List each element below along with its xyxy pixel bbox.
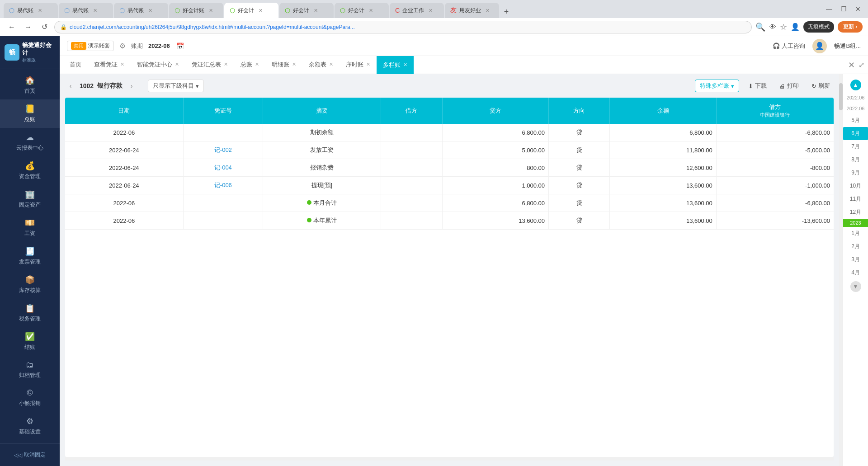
tab-journal[interactable]: 序时账 ✕ (340, 56, 377, 74)
profile-icon[interactable]: 👤 (791, 23, 800, 31)
ledger-prev-button[interactable]: ‹ (65, 80, 76, 91)
close-button[interactable]: ✕ (852, 3, 864, 15)
browser-tab-8[interactable]: C 企业工作 ✕ (390, 3, 444, 18)
cell-voucher-link[interactable]: 记-004 (183, 159, 263, 177)
ledger-next-button[interactable]: › (126, 80, 137, 91)
tab-balance[interactable]: 余额表 ✕ (302, 56, 340, 74)
tab-close-general[interactable]: ✕ (255, 61, 259, 67)
sidebar-item-settings[interactable]: ⚙ 基础设置 (0, 412, 60, 440)
privacy-icon[interactable]: 👁 (769, 23, 776, 31)
browser-tab-2[interactable]: ⬡ 易代账 ✕ (59, 3, 113, 18)
tab-close-1[interactable]: ✕ (38, 8, 42, 14)
tab-close-9[interactable]: ✕ (486, 8, 490, 14)
address-bar[interactable]: 🔒 cloud2.chanjet.com/accounting/uh26t264… (54, 21, 752, 33)
archive-icon: 🗂 (26, 360, 34, 370)
browser-tab-7[interactable]: ⬡ 好会计 ✕ (335, 3, 389, 18)
bookmark-icon[interactable]: ☆ (780, 22, 787, 32)
sidebar-item-assets[interactable]: 🏢 固定资产 (0, 185, 60, 213)
cell-voucher-link[interactable]: 记-006 (183, 177, 263, 194)
panel-close-icon[interactable]: ✕ (848, 60, 855, 70)
tab-close-5[interactable]: ✕ (259, 8, 263, 14)
back-button[interactable]: ← (5, 21, 18, 33)
month-7[interactable]: 7月 (843, 140, 868, 153)
tab-close-detail[interactable]: ✕ (292, 61, 296, 67)
month-8[interactable]: 8月 (843, 153, 868, 166)
sidebar-item-tax[interactable]: 📋 税务管理 (0, 299, 60, 327)
sidebar-item-salary[interactable]: 💴 工资 (0, 213, 60, 242)
tab-favicon-7: ⬡ (340, 7, 345, 14)
search-icon[interactable]: 🔍 (755, 22, 765, 32)
sidebar-item-cloud-report[interactable]: ☁ 云报表中心 (0, 128, 60, 156)
tab-close-balance[interactable]: ✕ (329, 61, 333, 67)
ledger-filter-dropdown[interactable]: 只显示下级科目 ▾ (148, 80, 204, 92)
scroll-down-button[interactable]: ▼ (850, 281, 861, 292)
multi-col-button[interactable]: 特殊多栏账 ▾ (695, 80, 739, 92)
tab-close-6[interactable]: ✕ (314, 8, 318, 14)
tab-close-8[interactable]: ✕ (429, 8, 433, 14)
refresh-button[interactable]: ↻ 刷新 (808, 80, 834, 92)
unpin-button[interactable]: ◁◁ 取消固定 (2, 447, 58, 462)
multi-col-label: 特殊多栏账 (700, 82, 729, 90)
browser-tab-6[interactable]: ⬡ 好会计 ✕ (279, 3, 334, 18)
browser-tab-4[interactable]: ⬡ 好会计账 ✕ (169, 3, 223, 18)
tab-close-summary[interactable]: ✕ (224, 61, 228, 67)
print-button[interactable]: 🖨 打印 (776, 80, 802, 92)
sidebar-item-close[interactable]: ✅ 结账 (0, 327, 60, 356)
month-6[interactable]: 6月 (843, 127, 868, 140)
tab-close-multi-col[interactable]: ✕ (403, 62, 407, 68)
sidebar-item-ledger[interactable]: 📒 总账 (0, 99, 60, 128)
sidebar-item-guide[interactable]: 🎯 新手引导 (0, 440, 60, 443)
sidebar-item-inventory[interactable]: 📦 库存核算 (0, 270, 60, 299)
sidebar-item-fund[interactable]: 💰 资金管理 (0, 156, 60, 185)
month-12[interactable]: 12月 (843, 206, 868, 219)
tab-close-journal[interactable]: ✕ (366, 61, 370, 67)
download-button[interactable]: ⬇ 下载 (745, 80, 770, 92)
month-11[interactable]: 11月 (843, 193, 868, 206)
month-3[interactable]: 3月 (843, 253, 868, 266)
month-2[interactable]: 2月 (843, 240, 868, 253)
panel-expand-icon[interactable]: ⤢ (859, 61, 864, 69)
calendar-icon[interactable]: 📅 (176, 42, 184, 50)
cell-voucher-link[interactable]: 记-002 (183, 141, 263, 159)
consult-button[interactable]: 🎧 人工咨询 (773, 42, 805, 50)
sidebar-item-home[interactable]: 🏠 首页 (0, 71, 60, 99)
month-4[interactable]: 4月 (843, 266, 868, 279)
tab-close-7[interactable]: ✕ (369, 8, 373, 14)
refresh-nav-button[interactable]: ↺ (38, 21, 51, 33)
tab-detail-ledger[interactable]: 明细账 ✕ (265, 56, 302, 74)
topbar-settings-icon[interactable]: ⚙ (119, 42, 126, 50)
month-1[interactable]: 1月 (843, 227, 868, 240)
month-5[interactable]: 5月 (843, 114, 868, 127)
tab-voucher-summary[interactable]: 凭证汇总表 ✕ (185, 56, 234, 74)
browser-tab-3[interactable]: ⬡ 易代账 ✕ (114, 3, 168, 18)
minimize-button[interactable]: — (823, 3, 835, 15)
sidebar-item-archive[interactable]: 🗂 归档管理 (0, 356, 60, 384)
tab-close-3[interactable]: ✕ (148, 8, 152, 14)
cell-summary: 发放工资 (263, 141, 381, 159)
tab-add-button[interactable]: + (500, 5, 513, 18)
tab-home[interactable]: 首页 (63, 56, 88, 74)
maximize-button[interactable]: ❐ (837, 3, 850, 15)
scroll-up-button[interactable]: ▲ (850, 80, 861, 90)
tab-general-ledger[interactable]: 总账 ✕ (234, 56, 265, 74)
forward-button[interactable]: → (22, 21, 34, 33)
tab-close-2[interactable]: ✕ (93, 8, 97, 14)
incognito-button[interactable]: 无痕模式 (803, 21, 834, 33)
sidebar-item-invoice[interactable]: 🧾 发票管理 (0, 242, 60, 270)
horizontal-scrollbar[interactable] (65, 457, 834, 461)
tab-close-4[interactable]: ✕ (209, 8, 213, 14)
tab-close-smart[interactable]: ✕ (175, 61, 179, 67)
tab-multi-col[interactable]: 多栏账 ✕ (377, 56, 414, 74)
month-10[interactable]: 10月 (843, 179, 868, 193)
tab-view-voucher[interactable]: 查看凭证 ✕ (88, 56, 131, 74)
tab-close-view-voucher[interactable]: ✕ (120, 61, 124, 67)
month-9[interactable]: 9月 (843, 166, 868, 179)
sidebar-item-expense[interactable]: © 小畅报销 (0, 384, 60, 412)
update-button[interactable]: 更新 › (838, 21, 863, 33)
browser-tab-9[interactable]: 友 用友好业 ✕ (445, 3, 499, 18)
tab-smart-voucher[interactable]: 智能凭证中心 ✕ (131, 56, 185, 74)
tab-label-detail: 明细账 (272, 61, 289, 69)
browser-tab-5[interactable]: ⬡ 好会计 ✕ (224, 3, 278, 18)
vertical-scrollbar[interactable] (839, 74, 843, 466)
browser-tab-1[interactable]: ⬡ 易代账 ✕ (4, 3, 58, 18)
